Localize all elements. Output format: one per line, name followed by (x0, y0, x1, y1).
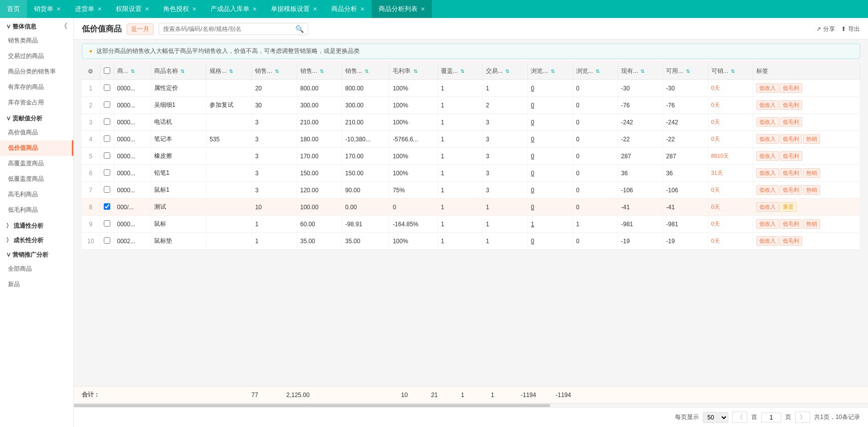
footer-available: -1194 (553, 392, 588, 399)
next-page-btn[interactable]: 〉 (795, 412, 810, 423)
page-input[interactable] (761, 413, 781, 423)
view1-link[interactable]: 0 (531, 170, 534, 177)
sort-view1-icon[interactable]: ⇅ (551, 68, 555, 74)
view1-link[interactable]: 0 (531, 153, 534, 160)
sidebar-group-contribution[interactable]: ∨ 贡献值分析 (0, 110, 73, 125)
sidebar-item-traded-goods[interactable]: 交易过的商品 (0, 48, 73, 64)
sidebar-group-flow[interactable]: 〉 流通性分析 (0, 218, 73, 232)
nav-analysis[interactable]: 商品分析 ✕ (324, 0, 372, 18)
sort-saleqty-icon[interactable]: ⇅ (275, 68, 279, 74)
row-checkbox[interactable] (104, 152, 110, 159)
td-spec (207, 114, 252, 131)
close-icon[interactable]: ✕ (252, 6, 257, 12)
footer-spacer2 (164, 392, 214, 399)
share-button[interactable]: ↗ 分享 (816, 25, 835, 33)
sidebar-item-high-value[interactable]: 高价值商品 (0, 125, 73, 140)
footer-spacer3 (214, 392, 248, 399)
close-icon[interactable]: ✕ (97, 6, 102, 12)
footer-sale-qty: 77 (248, 392, 283, 399)
td-spec (207, 80, 252, 97)
row-checkbox[interactable] (104, 84, 110, 91)
row-checkbox[interactable] (104, 186, 110, 193)
sidebar-item-all-goods[interactable]: 全部商品 (0, 261, 73, 277)
view1-link[interactable]: 1 (531, 221, 534, 228)
nav-product-in[interactable]: 产成品入库单 ✕ (204, 0, 264, 18)
sort-spec-icon[interactable]: ⇅ (229, 68, 233, 74)
view1-link[interactable]: 0 (531, 102, 534, 109)
collapse-icon[interactable]: 《 (60, 22, 67, 31)
view1-link[interactable]: 0 (531, 119, 534, 126)
sort-view2-icon[interactable]: ⇅ (596, 68, 600, 74)
row-checkbox[interactable] (104, 203, 110, 210)
sidebar-item-high-profit[interactable]: 高毛利商品 (0, 187, 73, 202)
nav-permission[interactable]: 权限设置 ✕ (109, 0, 156, 18)
sort-name-icon[interactable]: ⇅ (181, 68, 185, 74)
tag-badge: 低收入 (756, 185, 779, 195)
row-checkbox[interactable] (104, 220, 110, 227)
th-gear[interactable]: ⚙ (82, 63, 100, 80)
view1-link[interactable]: 0 (531, 85, 534, 92)
row-checkbox[interactable] (104, 237, 110, 244)
sort-profit-icon[interactable]: ⇅ (414, 68, 418, 74)
view1-link[interactable]: 0 (531, 204, 534, 211)
nav-home[interactable]: 首页 (0, 0, 27, 18)
td-spec (207, 233, 252, 250)
sort-stock-icon[interactable]: ⇅ (641, 68, 645, 74)
sort-trade-icon[interactable]: ⇅ (505, 68, 509, 74)
close-icon[interactable]: ✕ (56, 6, 61, 12)
sidebar-item-category-rate[interactable]: 商品分类的销售率 (0, 64, 73, 79)
sort-avail-icon[interactable]: ⇅ (686, 68, 690, 74)
close-icon[interactable]: ✕ (421, 6, 425, 12)
sidebar-item-sales-goods[interactable]: 销售类商品 (0, 33, 73, 48)
nav-purchase[interactable]: 进货单 ✕ (68, 0, 109, 18)
sort-saleprice-icon[interactable]: ⇅ (320, 68, 324, 74)
sort-coverage-icon[interactable]: ⇅ (460, 68, 464, 74)
sidebar-group-overview[interactable]: ∨ 整体信息 《 (0, 18, 73, 33)
view1-link[interactable]: 0 (531, 187, 534, 194)
sidebar-item-low-profit[interactable]: 低毛利商品 (0, 202, 73, 218)
close-icon[interactable]: ✕ (145, 6, 149, 12)
td-gear: 7 (82, 182, 100, 199)
td-checkbox (100, 97, 114, 114)
sidebar-item-new-goods[interactable]: 新品 (0, 277, 73, 292)
td-sale-amount: -98.91 (342, 216, 390, 233)
search-icon[interactable]: 🔍 (295, 25, 304, 33)
row-checkbox[interactable] (104, 135, 110, 142)
table-row: 8 000/... 测试 10 100.00 0.00 0 1 1 0 0 -4… (82, 199, 860, 216)
close-icon[interactable]: ✕ (313, 6, 317, 12)
nav-role[interactable]: 角色授权 ✕ (156, 0, 204, 18)
search-input[interactable] (163, 25, 295, 32)
close-icon[interactable]: ✕ (192, 6, 197, 12)
sort-code-icon[interactable]: ⇅ (131, 68, 135, 74)
close-icon[interactable]: ✕ (360, 6, 365, 12)
nav-sales[interactable]: 销货单 ✕ (27, 0, 68, 18)
td-trade: 1 (483, 233, 528, 250)
filter-recent-month[interactable]: 近一月 (127, 23, 154, 35)
td-view2: 0 (573, 148, 618, 165)
nav-analysis-list[interactable]: 商品分析列表 ✕ (372, 0, 432, 18)
footer-label: 合计： (82, 391, 100, 399)
sidebar-item-stocked-goods[interactable]: 有库存的商品 (0, 79, 73, 95)
row-checkbox[interactable] (104, 118, 110, 125)
sidebar-group-growth[interactable]: 〉 成长性分析 (0, 232, 73, 247)
sort-sell-icon[interactable]: ⇅ (731, 68, 735, 74)
first-page-btn[interactable]: 〈 (732, 412, 747, 423)
th-tags: 标签 (753, 63, 860, 80)
sort-saleamt-icon[interactable]: ⇅ (365, 68, 369, 74)
sidebar-item-low-value[interactable]: 低价值商品 (0, 140, 73, 156)
sidebar-group-marketing[interactable]: ∨ 营销推广分析 (0, 247, 73, 261)
tag-badge: 低毛利 (780, 83, 802, 93)
sidebar-item-capital[interactable]: 库存资金占用 (0, 95, 73, 110)
sidebar-item-low-coverage[interactable]: 低覆盖度商品 (0, 171, 73, 187)
row-checkbox[interactable] (104, 169, 110, 176)
export-button[interactable]: ⬆ 导出 (841, 25, 860, 33)
view1-link[interactable]: 0 (531, 136, 534, 143)
view1-link[interactable]: 0 (531, 238, 534, 245)
select-all-checkbox[interactable] (104, 67, 110, 74)
tag-badge: 重置 (780, 202, 797, 212)
day-badge: 0天 (711, 102, 720, 108)
row-checkbox[interactable] (104, 101, 110, 108)
nav-template[interactable]: 单据模板设置 ✕ (264, 0, 324, 18)
per-page-select[interactable]: 50 100 (703, 412, 728, 423)
sidebar-item-high-coverage[interactable]: 高覆盖度商品 (0, 156, 73, 171)
